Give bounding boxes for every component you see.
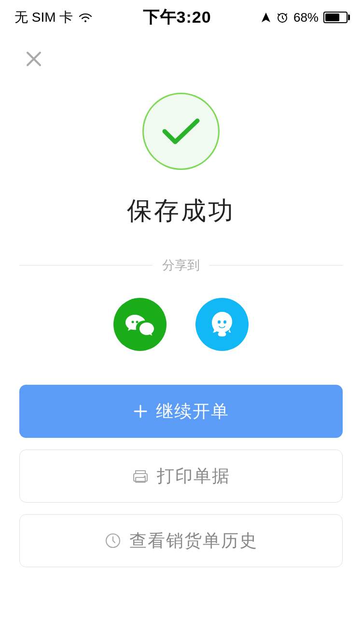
continue-order-button[interactable]: 继续开单 — [19, 385, 343, 438]
checkmark-icon — [162, 117, 200, 146]
divider-left — [19, 265, 153, 266]
battery-percent: 68% — [293, 10, 319, 25]
printer-icon — [132, 468, 149, 484]
history-button[interactable]: 查看销货单历史 — [19, 514, 343, 567]
success-title: 保存成功 — [127, 194, 235, 228]
share-divider: 分享到 — [19, 257, 343, 274]
history-icon — [104, 532, 122, 549]
status-time: 下午3:20 — [143, 6, 211, 28]
svg-point-4 — [143, 327, 145, 329]
svg-point-3 — [136, 321, 139, 323]
close-button-container — [19, 44, 343, 73]
history-button-label: 查看销货单历史 — [129, 529, 258, 553]
svg-point-2 — [132, 321, 134, 323]
status-bar: 无 SIM 卡 下午3:20 68% — [0, 0, 362, 35]
continue-button-label: 继续开单 — [156, 400, 229, 423]
print-button[interactable]: 打印单据 — [19, 449, 343, 503]
qq-share-button[interactable] — [195, 298, 249, 351]
print-button-label: 打印单据 — [157, 464, 230, 488]
status-carrier: 无 SIM 卡 — [14, 8, 93, 27]
wechat-icon — [124, 310, 156, 339]
battery-fill — [325, 14, 339, 21]
qq-icon — [206, 308, 238, 341]
close-button[interactable] — [19, 44, 48, 73]
close-icon — [24, 49, 44, 69]
svg-point-7 — [223, 321, 226, 324]
share-icons-container — [113, 298, 249, 351]
status-right: 68% — [261, 10, 348, 25]
location-icon — [261, 12, 271, 23]
svg-point-5 — [148, 327, 150, 329]
plus-icon — [133, 404, 148, 419]
divider-right — [209, 265, 343, 266]
svg-point-6 — [218, 321, 221, 324]
svg-rect-8 — [219, 332, 225, 334]
share-label: 分享到 — [162, 257, 200, 274]
action-buttons: 继续开单 打印单据 查看销货单历史 — [19, 385, 343, 567]
wifi-icon — [78, 12, 93, 23]
svg-point-11 — [144, 476, 146, 477]
success-circle — [142, 93, 220, 170]
carrier-text: 无 SIM 卡 — [14, 8, 73, 27]
battery-icon — [323, 12, 348, 23]
alarm-icon — [276, 11, 289, 24]
wechat-share-button[interactable] — [113, 298, 167, 351]
main-content: 保存成功 分享到 — [0, 35, 362, 644]
